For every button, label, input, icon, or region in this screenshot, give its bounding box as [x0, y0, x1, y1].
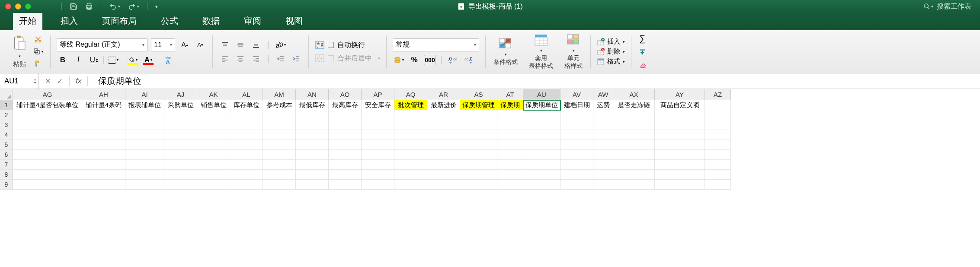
cell-AV6[interactable] [560, 150, 593, 160]
tab-formulas[interactable]: 公式 [155, 13, 184, 30]
cell-AT2[interactable] [497, 110, 523, 120]
cell-AJ3[interactable] [164, 120, 197, 130]
cell-AL7[interactable] [230, 160, 263, 170]
font-size-combo[interactable]: 11▾ [151, 38, 175, 51]
cell-AG2[interactable] [13, 110, 82, 120]
cell-AY8[interactable] [655, 170, 705, 180]
autosum-button[interactable]: ∑· [637, 34, 650, 44]
cell-AW8[interactable] [593, 170, 613, 180]
cell-AH8[interactable] [82, 170, 125, 180]
column-header-AG[interactable]: AG [13, 89, 82, 100]
search-placeholder[interactable]: 搜索工作表 [937, 2, 971, 11]
cell-AZ3[interactable] [705, 120, 731, 130]
cell-AY5[interactable] [655, 140, 705, 150]
cell-AG5[interactable] [13, 140, 82, 150]
tab-review[interactable]: 审阅 [238, 13, 267, 30]
number-format-combo[interactable]: 常规▾ [393, 38, 479, 51]
cell-AJ6[interactable] [164, 150, 197, 160]
cell-AH1[interactable]: 辅计量4条码 [82, 100, 125, 110]
copy-button[interactable]: ▾ [32, 46, 44, 57]
format-as-table-button[interactable]: ▾套用 表格格式 [527, 33, 555, 71]
cell-AP1[interactable]: 安全库存 [362, 100, 394, 110]
column-header-AH[interactable]: AH [82, 89, 125, 100]
cell-AX6[interactable] [613, 150, 655, 160]
close-window-button[interactable] [5, 3, 11, 10]
column-header-AQ[interactable]: AQ [394, 89, 427, 100]
cell-AJ9[interactable] [164, 180, 197, 190]
cell-AO4[interactable] [329, 130, 362, 140]
cell-AO3[interactable] [329, 120, 362, 130]
cell-AZ4[interactable] [705, 130, 731, 140]
cell-AI3[interactable] [125, 120, 164, 130]
underline-button[interactable]: U▾ [88, 55, 100, 65]
cell-AQ9[interactable] [394, 180, 427, 190]
cell-AJ4[interactable] [164, 130, 197, 140]
cell-AL3[interactable] [230, 120, 263, 130]
cell-AZ5[interactable] [705, 140, 731, 150]
column-header-AV[interactable]: AV [560, 89, 593, 100]
cell-AU6[interactable] [523, 150, 560, 160]
cell-AS7[interactable] [460, 160, 497, 170]
cell-AQ7[interactable] [394, 160, 427, 170]
column-header-AM[interactable]: AM [263, 89, 296, 100]
save-icon[interactable] [70, 3, 77, 10]
cell-AG6[interactable] [13, 150, 82, 160]
tab-insert[interactable]: 插入 [54, 13, 84, 30]
cell-AR9[interactable] [427, 180, 460, 190]
cell-AO1[interactable]: 最高库存 [329, 100, 362, 110]
cell-AR8[interactable] [427, 170, 460, 180]
cell-AY4[interactable] [655, 130, 705, 140]
cell-AT4[interactable] [497, 130, 523, 140]
delete-cells-button[interactable]: 删除▾ [597, 48, 625, 56]
select-all-corner[interactable] [0, 89, 13, 100]
cell-AX9[interactable] [613, 180, 655, 190]
cell-AU1[interactable]: 保质期单位 [523, 100, 560, 110]
cell-AO9[interactable] [329, 180, 362, 190]
cell-AK6[interactable] [197, 150, 230, 160]
cell-AL1[interactable]: 库存单位 [230, 100, 263, 110]
cell-AN1[interactable]: 最低库存 [296, 100, 329, 110]
cell-AP5[interactable] [362, 140, 394, 150]
cell-AM3[interactable] [263, 120, 296, 130]
fill-button[interactable]: · [637, 47, 650, 57]
fx-label[interactable]: fx [76, 77, 81, 86]
cell-AN7[interactable] [296, 160, 329, 170]
tab-view[interactable]: 视图 [279, 13, 309, 30]
cut-button[interactable] [32, 34, 44, 44]
tab-data[interactable]: 数据 [196, 13, 226, 30]
search-icon[interactable]: ▾ [923, 3, 933, 10]
cell-AH2[interactable] [82, 110, 125, 120]
cell-AG8[interactable] [13, 170, 82, 180]
cell-AT7[interactable] [497, 160, 523, 170]
cell-AP9[interactable] [362, 180, 394, 190]
cell-AI7[interactable] [125, 160, 164, 170]
cell-AL6[interactable] [230, 150, 263, 160]
cell-AR5[interactable] [427, 140, 460, 150]
percent-button[interactable]: % [408, 55, 420, 65]
cell-AG7[interactable] [13, 160, 82, 170]
cell-AN4[interactable] [296, 130, 329, 140]
align-right-button[interactable] [250, 54, 262, 64]
cell-AQ2[interactable] [394, 110, 427, 120]
cell-AK5[interactable] [197, 140, 230, 150]
cell-AX8[interactable] [613, 170, 655, 180]
tab-home[interactable]: 开始 [13, 13, 42, 30]
cell-AW6[interactable] [593, 150, 613, 160]
cell-AJ1[interactable]: 采购单位 [164, 100, 197, 110]
cell-AN9[interactable] [296, 180, 329, 190]
cell-AV8[interactable] [560, 170, 593, 180]
column-header-AS[interactable]: AS [460, 89, 497, 100]
cell-AL4[interactable] [230, 130, 263, 140]
cell-AX5[interactable] [613, 140, 655, 150]
italic-button[interactable]: I [72, 55, 84, 65]
cell-AP7[interactable] [362, 160, 394, 170]
fill-color-button[interactable]: ▾ [127, 55, 139, 65]
cell-AQ4[interactable] [394, 130, 427, 140]
cell-AM5[interactable] [263, 140, 296, 150]
cell-AR1[interactable]: 最新进价 [427, 100, 460, 110]
cell-AM4[interactable] [263, 130, 296, 140]
comma-button[interactable]: 000 [424, 55, 436, 65]
cell-AZ7[interactable] [705, 160, 731, 170]
cell-AW3[interactable] [593, 120, 613, 130]
cell-AS9[interactable] [460, 180, 497, 190]
